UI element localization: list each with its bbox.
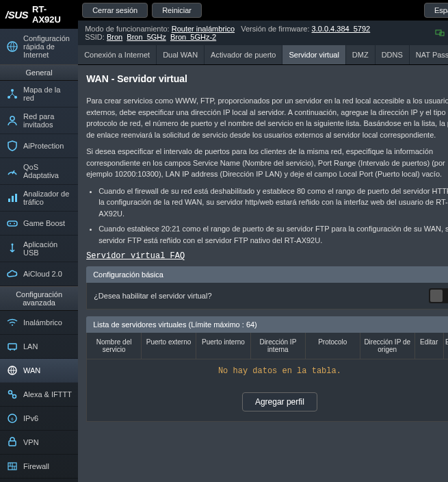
nav-label: Inalámbrico [23, 318, 62, 327]
nav-aicloud[interactable]: AiCloud 2.0 [0, 262, 78, 286]
fw-label: Versión de firmware: [241, 25, 309, 33]
svg-point-9 [10, 223, 11, 225]
nav-label: VPN [23, 438, 39, 446]
col-service-name: Nombre del servicio [87, 333, 142, 359]
ssid-2[interactable]: Bron_5GHz [127, 33, 166, 41]
col-ext-port: Puerto externo [142, 333, 196, 359]
nav-guest-network[interactable]: Red para invitados [0, 107, 78, 134]
nav-aiprotection[interactable]: AiProtection [0, 134, 78, 158]
nav-label: Mapa de la red [23, 86, 73, 102]
nav-alexa-ifttt[interactable]: Alexa & IFTTT [0, 383, 78, 407]
server-table: Nombre del servicio Puerto externo Puert… [86, 333, 448, 422]
col-source-ip: Dirección IP de origen [360, 333, 415, 359]
nav-label: Game Boost [23, 219, 65, 227]
nav-ipv6[interactable]: 6 IPv6 [0, 407, 78, 431]
svg-rect-18 [9, 441, 16, 446]
chart-icon [5, 191, 19, 205]
guest-network-icon [5, 114, 19, 127]
ssid-3[interactable]: Bron_5GHz-2 [170, 33, 216, 41]
nav-label: IPv6 [23, 414, 38, 422]
nav-administration[interactable]: Administración [0, 479, 78, 482]
intro-text: Para crear servicios como WWW, FTP, prop… [86, 95, 448, 266]
svg-point-10 [14, 223, 15, 225]
nav-wireless[interactable]: Inalámbrico [0, 311, 78, 335]
nav-network-map[interactable]: Mapa de la red [0, 81, 78, 107]
multi-device-icon[interactable] [435, 28, 445, 38]
add-profile-button[interactable]: Agregar perfil [242, 392, 317, 411]
empty-table-message: No hay datos en la tabla. [87, 359, 448, 383]
server-list-header: Lista de servidores virtuales (Límite má… [86, 316, 448, 333]
logout-button[interactable]: Cerrar sesión [82, 3, 148, 18]
svg-rect-12 [8, 344, 16, 349]
svg-point-1 [11, 89, 14, 92]
nav-usb-app[interactable]: Aplicación USB [0, 236, 78, 262]
page-title: WAN - Servidor virtual [86, 73, 448, 88]
nav-label: Analizador de tráfico [23, 190, 73, 206]
nav-label: Alexa & IFTTT [23, 390, 72, 398]
globe-gear-icon [5, 40, 19, 53]
nav-label: Firewall [23, 462, 49, 470]
nav-firewall[interactable]: Firewall [0, 455, 78, 479]
lan-icon [5, 340, 19, 353]
enable-label: ¿Desea habilitar el servidor virtual? [94, 292, 429, 300]
nav-lan[interactable]: LAN [0, 335, 78, 359]
svg-text:6: 6 [11, 417, 14, 421]
wan-tabs: Conexión a Internet Dual WAN Activador d… [78, 45, 448, 65]
quick-internet-setup[interactable]: Configuración rápida de Internet [0, 29, 78, 64]
intro-bullet-2: Cuando establece 20:21 como el rango de … [98, 223, 448, 246]
col-delete: Eliminar [444, 333, 448, 359]
col-protocol: Protocolo [306, 333, 360, 359]
svg-rect-7 [15, 194, 17, 202]
vpn-icon [5, 435, 19, 449]
svg-rect-8 [8, 221, 17, 226]
nav-label: QoS Adaptativa [23, 163, 73, 179]
nav-qos[interactable]: QoS Adaptativa [0, 158, 78, 185]
tab-internet-connection[interactable]: Conexión a Internet [78, 45, 157, 64]
globe-icon [5, 364, 19, 377]
tab-dmz[interactable]: DMZ [346, 45, 375, 64]
nav-label: Aplicación USB [23, 240, 73, 257]
ssid-1[interactable]: Bron [107, 33, 122, 41]
enable-row: ¿Desea habilitar el servidor virtual? OF… [86, 283, 448, 309]
tab-ddns[interactable]: DDNS [375, 45, 410, 64]
nav-label: AiProtection [23, 142, 64, 150]
speedometer-icon [5, 164, 19, 178]
mode-label: Modo de funcionamiento: [85, 25, 170, 33]
tab-nat-passthrough[interactable]: NAT Passthrough [410, 45, 448, 64]
nav-wan[interactable]: WAN [0, 359, 78, 383]
language-select[interactable]: Español [424, 3, 448, 18]
intro-p2: Si desea especificar el intervalo de pue… [86, 146, 448, 180]
nav-label: LAN [23, 342, 38, 351]
col-edit: Editar [415, 333, 444, 359]
svg-point-4 [10, 116, 14, 120]
topbar: Cerrar sesión Reiniciar Español [78, 0, 448, 21]
logo-area: /SUS RT-AX92U [0, 0, 78, 29]
nav-label: WAN [23, 366, 40, 375]
svg-rect-5 [8, 199, 10, 202]
cloud-icon [5, 267, 19, 281]
sidebar: /SUS RT-AX92U Configuración rápida de In… [0, 0, 78, 482]
faq-link[interactable]: Servidor virtual FAQ [86, 251, 185, 261]
fw-value-link[interactable]: 3.0.0.4.384_5792 [312, 25, 371, 33]
section-general: General [0, 64, 78, 81]
reboot-button[interactable]: Reiniciar [152, 3, 202, 18]
link-icon [5, 388, 19, 401]
mode-value-link[interactable]: Router inalámbrico [172, 25, 235, 33]
content: WAN - Servidor virtual Para crear servic… [78, 65, 448, 482]
enable-toggle[interactable]: OFF [429, 288, 448, 303]
quick-setup-label: Configuración rápida de Internet [23, 34, 73, 59]
svg-point-14 [9, 391, 12, 394]
tab-port-trigger[interactable]: Activador de puerto [205, 45, 282, 64]
basic-config-header: Configuración básica [86, 266, 448, 283]
shield-icon [5, 139, 19, 153]
nav-label: AiCloud 2.0 [23, 270, 62, 278]
tab-dual-wan[interactable]: Dual WAN [157, 45, 205, 64]
intro-bullet-1: Cuando el firewall de su red está deshab… [98, 186, 448, 220]
network-map-icon [5, 87, 19, 101]
nav-traffic-analyzer[interactable]: Analizador de tráfico [0, 185, 78, 212]
nav-game-boost[interactable]: Game Boost [0, 212, 78, 236]
nav-label: Red para invitados [23, 112, 73, 129]
tab-virtual-server[interactable]: Servidor virtual [282, 45, 345, 64]
status-icons [435, 28, 448, 38]
nav-vpn[interactable]: VPN [0, 431, 78, 455]
